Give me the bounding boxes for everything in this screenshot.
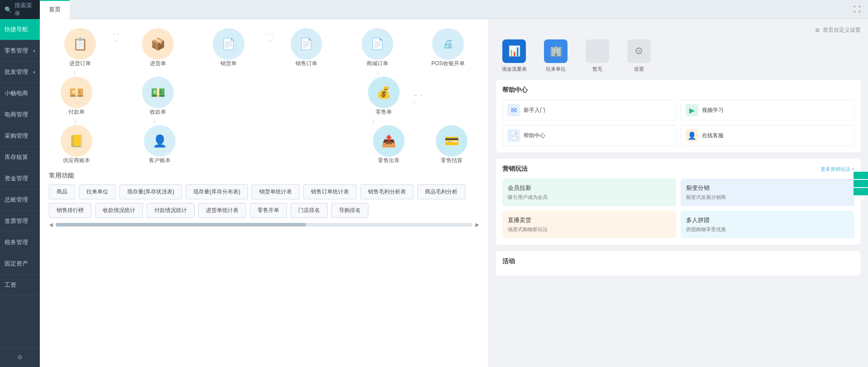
flow-cell-sales[interactable]: 📄 销货单	[197, 28, 260, 68]
circle-payment: 💴	[61, 77, 92, 108]
func-button[interactable]: 销售排行榜	[49, 203, 91, 218]
shortcut-item[interactable]: 暂无	[579, 39, 615, 72]
sidebar-item-小畅电商[interactable]: 小畅电商	[0, 83, 40, 104]
sidebar-item-采购管理[interactable]: 采购管理	[0, 126, 40, 147]
sidebar-item-label: 批发管理	[5, 68, 28, 76]
func-button[interactable]: 进货单统计表	[198, 203, 246, 218]
cs-button[interactable]: 桌面快捷	[854, 188, 868, 195]
label-receipt: 收款单	[150, 108, 166, 116]
label-sales-order: 销售订单	[296, 60, 317, 68]
v-arrow-retail: ↓	[372, 117, 375, 124]
func-button[interactable]: 销售订单统计表	[303, 184, 357, 199]
sidebar-search[interactable]: 🔍 搜索菜单	[0, 0, 40, 19]
sidebar-settings-button[interactable]: ⚙	[0, 347, 40, 367]
circle-pos: 🖨	[432, 28, 464, 60]
help-grid: ✉ 新手入门 ▶ 视频学习 📄 帮助中心 👤 在线客服	[502, 100, 854, 146]
flow-cell-retail-settle[interactable]: 💳 零售结算	[424, 125, 479, 164]
help-icon: 👤	[686, 129, 698, 142]
flow-cell-receipt[interactable]: 💵 收款单	[131, 77, 186, 116]
sidebar-item-label: 电商管理	[5, 111, 28, 119]
circle-sales: 📄	[213, 28, 244, 60]
shortcut-label: 暂无	[592, 66, 602, 72]
tab-bar: 首页 ⛶	[40, 0, 868, 19]
sidebar-item-label: 零售管理	[5, 47, 28, 55]
func-button[interactable]: 销售毛利分析表	[360, 184, 414, 199]
sidebar-item-税务管理[interactable]: 税务管理	[0, 232, 40, 253]
func-button[interactable]: 往来单位	[79, 184, 116, 199]
circle-customer-account: 👤	[144, 125, 176, 157]
marketing-card: 营销玩法 更多营销玩法 > 会员拉新 吸引用户成为会员 裂变分销 裂变式发展分销…	[496, 159, 861, 245]
sidebar-item-快捷导航[interactable]: 快捷导航	[0, 19, 40, 40]
func-button[interactable]: 销货单统计表	[252, 184, 300, 199]
v-arrow-mall: ↓	[377, 68, 380, 76]
help-item[interactable]: ▶ 视频学习	[681, 100, 854, 121]
shortcut-item[interactable]: 📊 现金流量表	[496, 39, 532, 72]
sidebar-item-label: 资金管理	[5, 174, 28, 183]
marketing-item-desc: 拼团购物享受优惠	[686, 226, 849, 233]
help-item-label: 在线客服	[702, 132, 724, 140]
flow-cell-mall-order[interactable]: 📄 商城订单	[346, 28, 409, 68]
flow-cell-retail-out[interactable]: 📤 零售出库	[361, 125, 416, 164]
cs-button[interactable]: 服务社区	[854, 180, 868, 187]
func-button[interactable]: 付款情况统计	[147, 203, 195, 218]
label-mall-order: 商城订单	[367, 60, 388, 68]
marketing-item-title: 会员拉新	[508, 184, 671, 192]
fullscreen-button[interactable]: ⛶	[850, 4, 864, 15]
sidebar-item-label: 工资	[5, 281, 16, 289]
help-item-label: 帮助中心	[524, 132, 545, 140]
quick-nav-panel: 📋 进货订单 - - → 📦 进货单	[40, 19, 489, 367]
scroll-right-button[interactable]: ▶	[475, 222, 479, 228]
scroll-thumb	[56, 223, 306, 227]
sidebar-item-label: 库存核算	[5, 153, 28, 161]
help-item[interactable]: 👤 在线客服	[681, 125, 854, 146]
func-button[interactable]: 导购排名	[331, 203, 368, 218]
func-button[interactable]: 现存量(库存状况表)	[119, 184, 182, 199]
marketing-item[interactable]: 直播卖货 场景式购物新玩法	[502, 211, 676, 238]
gear-icon: ⚙	[17, 354, 23, 361]
sidebar-item-零售管理[interactable]: 零售管理▾	[0, 40, 40, 62]
sidebar-item-资金管理[interactable]: 资金管理	[0, 168, 40, 189]
chevron-down-icon: ▾	[33, 70, 35, 75]
marketing-item[interactable]: 多人拼团 拼团购物享受优惠	[681, 211, 854, 238]
common-funcs-title: 常用功能	[49, 172, 479, 180]
right-panel: ⚙ 首页自定义设置 📊 现金流量表 🏢 往来单位 暂无 ⚙ 设置 帮助中心 ✉ …	[489, 19, 868, 367]
marketing-header: 营销玩法 更多营销玩法 >	[502, 165, 854, 173]
flow-cell-sales-order[interactable]: 📄 销售订单	[275, 28, 338, 68]
scroll-left-button[interactable]: ◀	[49, 222, 53, 228]
func-button[interactable]: 商品毛利分析	[417, 184, 465, 199]
tab-home[interactable]: 首页	[40, 0, 70, 19]
func-button[interactable]: 收款情况统计	[95, 203, 143, 218]
marketing-item[interactable]: 会员拉新 吸引用户成为会员	[502, 179, 676, 206]
flow-cell-supplier-account[interactable]: 📒 供应商账本	[49, 125, 105, 164]
func-button[interactable]: 零售开单	[250, 203, 287, 218]
sidebar-item-库存核算[interactable]: 库存核算	[0, 147, 40, 168]
flow-cell-payment[interactable]: 💴 付款单	[49, 77, 104, 116]
help-icon: 📄	[507, 129, 520, 142]
flow-cell-purchase-order[interactable]: 📋 进货订单	[49, 28, 111, 68]
sidebar-item-批发管理[interactable]: 批发管理▾	[0, 62, 40, 83]
cs-button[interactable]: 客服热线	[854, 172, 868, 179]
sidebar-item-总账管理[interactable]: 总账管理	[0, 189, 40, 211]
sidebar-item-电商管理[interactable]: 电商管理	[0, 104, 40, 126]
func-button[interactable]: 现存量(库存分布表)	[186, 184, 248, 199]
home-customize[interactable]: ⚙ 首页自定义设置	[496, 26, 861, 34]
circle-retail: 💰	[368, 77, 400, 108]
flow-cell-retail[interactable]: 💰 零售单	[356, 77, 411, 116]
shortcut-item[interactable]: ⚙ 设置	[621, 39, 657, 72]
sidebar-item-发票管理[interactable]: 发票管理	[0, 211, 40, 232]
circle-purchase-order: 📋	[64, 28, 96, 60]
flow-cell-purchase[interactable]: 📦 进货单	[127, 28, 189, 68]
marketing-item[interactable]: 裂变分销 裂变式发展分销商	[681, 179, 854, 206]
more-marketing-link[interactable]: 更多营销玩法 >	[820, 166, 854, 173]
help-item[interactable]: ✉ 新手入门	[502, 100, 676, 121]
func-button[interactable]: 商品	[49, 184, 75, 199]
marketing-item-desc: 场景式购物新玩法	[508, 226, 671, 233]
scroll-track[interactable]	[56, 223, 472, 227]
flow-cell-pos[interactable]: 🖨 POS收银开单	[417, 28, 479, 68]
shortcut-item[interactable]: 🏢 往来单位	[538, 39, 574, 72]
func-button[interactable]: 门店排名	[291, 203, 328, 218]
sidebar-item-固定资产[interactable]: 固定资产	[0, 253, 40, 275]
sidebar-item-工资[interactable]: 工资	[0, 275, 40, 296]
help-item[interactable]: 📄 帮助中心	[502, 125, 676, 146]
flow-cell-customer-account[interactable]: 👤 客户账本	[132, 125, 187, 164]
